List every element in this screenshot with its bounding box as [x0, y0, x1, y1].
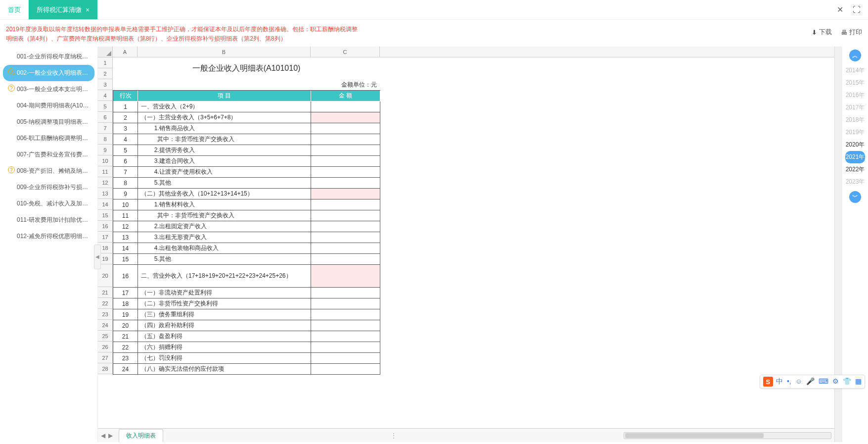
row-number[interactable]: 1	[98, 57, 113, 68]
row-number[interactable]: 25	[98, 331, 113, 342]
cell-amount[interactable]	[311, 145, 380, 156]
row-number[interactable]: 14	[98, 199, 113, 210]
close-icon[interactable]: ×	[86, 6, 90, 14]
cell-amount[interactable]	[311, 199, 380, 210]
row-number[interactable]: 26	[98, 342, 113, 352]
cell-amount[interactable]	[311, 178, 380, 189]
row-number[interactable]: 8	[98, 134, 113, 145]
tab-income-tax[interactable]: 所得税汇算清缴 ×	[29, 0, 97, 19]
cell-amount[interactable]	[311, 320, 380, 331]
cell-amount[interactable]	[311, 221, 380, 232]
cell-amount[interactable]	[311, 101, 380, 112]
row-number[interactable]: 3	[98, 79, 113, 90]
print-button[interactable]: 🖶 打印	[841, 28, 862, 37]
ime-item-3[interactable]: 🎤	[806, 377, 815, 386]
sidebar-item-11[interactable]: 011-研发费用加计扣除优惠...	[3, 212, 94, 228]
row-number[interactable]: 2	[98, 68, 113, 79]
sheet-prev-icon[interactable]: ▶	[108, 432, 113, 439]
cell-amount[interactable]	[311, 254, 380, 265]
sidebar-item-label: 010-免税、减计收入及加计...	[17, 200, 93, 207]
row-number[interactable]: 11	[98, 166, 113, 177]
ime-item-0[interactable]: 中	[776, 377, 783, 386]
col-header-B[interactable]: B	[137, 47, 311, 57]
sidebar-item-10[interactable]: 010-免税、减计收入及加计...	[3, 196, 94, 212]
row-number[interactable]: 27	[98, 352, 113, 363]
row-number[interactable]: 6	[98, 112, 113, 123]
row-number[interactable]: 9	[98, 145, 113, 155]
sidebar-item-9[interactable]: 009-企业所得税弥补亏损明...	[3, 179, 94, 196]
horizontal-scrollbar[interactable]	[624, 432, 831, 439]
sheet-first-icon[interactable]: ◀	[101, 432, 105, 439]
row-number[interactable]: 17	[98, 232, 113, 243]
row-number[interactable]: 16	[98, 221, 113, 232]
sidebar-item-7[interactable]: 007-广告费和业务宣传费跨...	[3, 147, 94, 163]
cell-amount[interactable]	[311, 298, 380, 309]
row-number[interactable]: 10	[98, 155, 113, 166]
cell-amount[interactable]	[311, 134, 380, 145]
ime-logo-icon[interactable]: S	[763, 377, 773, 387]
cell-amount[interactable]	[311, 342, 380, 353]
sheet-tab-active[interactable]: 收入明细表	[119, 429, 163, 442]
row-number[interactable]: 15	[98, 210, 113, 221]
cell-amount[interactable]	[311, 156, 380, 167]
row-number[interactable]: 21	[98, 287, 113, 298]
download-button[interactable]: ⬇ 下载	[812, 28, 832, 37]
cell-amount[interactable]	[311, 288, 380, 298]
col-header-A[interactable]: A	[113, 47, 137, 57]
ime-item-5[interactable]: ⚙	[832, 377, 839, 386]
year-2022年[interactable]: 2022年	[845, 163, 865, 176]
cell-item: 3.出租无形资产收入	[138, 232, 311, 243]
cell-amount[interactable]	[311, 309, 380, 320]
cell-amount[interactable]	[311, 232, 380, 243]
row-number[interactable]: 5	[98, 101, 113, 112]
cell-amount[interactable]	[311, 123, 380, 134]
fullscreen-icon[interactable]: ⛶	[851, 4, 862, 15]
sidebar-item-3[interactable]: ?003-一般企业成本支出明细...	[3, 81, 94, 98]
cell-amount[interactable]	[311, 189, 380, 199]
row-number[interactable]: 28	[98, 363, 113, 374]
tab-home[interactable]: 首页	[0, 0, 29, 19]
row-number[interactable]: 13	[98, 188, 113, 199]
cell-amount[interactable]	[311, 167, 380, 178]
select-all-corner[interactable]	[98, 47, 113, 57]
ime-item-2[interactable]: ☺	[795, 377, 802, 386]
ime-item-1[interactable]: •,	[787, 377, 791, 386]
cell-amount[interactable]	[311, 331, 380, 342]
header-tabs: 首页 所得税汇算清缴 × ✕ ⛶	[0, 0, 868, 20]
sidebar-item-2[interactable]: ?002-一般企业收入明细表(A1...	[3, 65, 94, 81]
row-number[interactable]: 12	[98, 177, 113, 188]
row-number[interactable]: 22	[98, 298, 113, 309]
year-scroll-down-icon[interactable]: ︾	[849, 191, 861, 203]
ime-item-7[interactable]: ▦	[855, 377, 862, 386]
sidebar-item-6[interactable]: 006-职工薪酬纳税调整明细...	[3, 130, 94, 147]
col-header-C[interactable]: C	[311, 47, 380, 57]
cell-amount[interactable]	[311, 364, 380, 375]
sidebar-collapse-handle[interactable]: ◀	[94, 245, 101, 269]
year-2021年[interactable]: 2021年	[845, 151, 865, 163]
ime-toolbar[interactable]: S 中•,☺🎤⌨⚙👕▦	[760, 375, 865, 389]
row-number[interactable]: 4	[98, 90, 113, 101]
help-icon[interactable]: ?	[8, 166, 15, 173]
header-close-icon[interactable]: ✕	[834, 4, 845, 15]
row-number[interactable]: 23	[98, 309, 113, 320]
ime-item-6[interactable]: 👕	[843, 377, 851, 386]
help-icon[interactable]: ?	[8, 85, 15, 92]
grid-scroll-area[interactable]: A B C 1234567891011121314151617181920212…	[98, 47, 834, 428]
help-icon[interactable]: ?	[8, 68, 15, 75]
cell-amount[interactable]	[311, 112, 380, 123]
sidebar-item-5[interactable]: 005-纳税调整项目明细表(A1...	[3, 114, 94, 130]
sidebar-item-4[interactable]: 004-期间费用明细表(A1040...	[3, 98, 94, 114]
year-2020年[interactable]: 2020年	[845, 139, 865, 151]
cell-amount[interactable]	[311, 243, 380, 254]
cell-amount[interactable]	[311, 210, 380, 221]
year-scroll-up-icon[interactable]: ︽	[849, 49, 861, 61]
cell-amount[interactable]	[311, 353, 380, 364]
sidebar-item-8[interactable]: ?008-资产折旧、摊销及纳税...	[3, 163, 94, 179]
sidebar-item-1[interactable]: 001-企业所得税年度纳税申...	[3, 49, 94, 65]
sidebar-item-12[interactable]: 012-减免所得税优惠明细表(...	[3, 228, 94, 245]
ime-item-4[interactable]: ⌨	[819, 377, 828, 386]
sheet-tab-more-icon[interactable]: ⋮	[388, 432, 400, 439]
row-number[interactable]: 7	[98, 123, 113, 134]
row-number[interactable]: 24	[98, 320, 113, 331]
cell-amount[interactable]	[311, 265, 380, 288]
